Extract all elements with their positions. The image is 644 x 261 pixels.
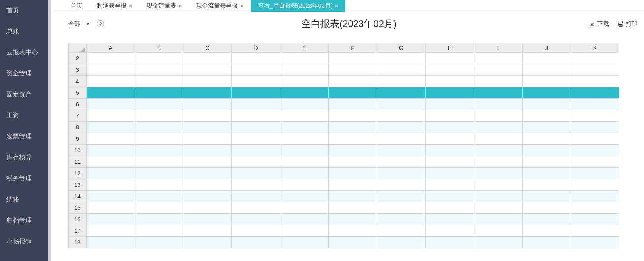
cell-F11[interactable] <box>329 156 377 168</box>
cell-G8[interactable] <box>377 122 426 133</box>
cell-B6[interactable] <box>135 99 183 110</box>
cell-E3[interactable] <box>280 64 329 76</box>
cell-D9[interactable] <box>232 133 280 145</box>
row-header-10[interactable]: 10 <box>69 145 87 156</box>
cell-G15[interactable] <box>377 202 426 214</box>
cell-K9[interactable] <box>571 133 619 145</box>
cell-B14[interactable] <box>135 191 183 202</box>
cell-I18[interactable] <box>474 237 523 248</box>
cell-F2[interactable] <box>329 53 377 64</box>
cell-J17[interactable] <box>523 225 571 237</box>
cell-I2[interactable] <box>474 53 523 64</box>
cell-F4[interactable] <box>329 76 377 87</box>
tab-2[interactable]: 现金流量表× <box>139 0 189 12</box>
sidebar-item-4[interactable]: 固定资产 <box>0 84 51 105</box>
cell-I11[interactable] <box>474 156 523 168</box>
cell-K4[interactable] <box>571 76 619 87</box>
cell-J2[interactable] <box>523 53 571 64</box>
cell-I15[interactable] <box>474 202 523 214</box>
sidebar-item-10[interactable]: 归档管理 <box>0 210 51 231</box>
cell-J9[interactable] <box>523 133 571 145</box>
cell-G6[interactable] <box>377 99 426 110</box>
cell-G17[interactable] <box>377 225 426 237</box>
row-header-4[interactable]: 4 <box>69 76 87 87</box>
cell-A18[interactable] <box>87 237 135 248</box>
cell-K2[interactable] <box>571 53 619 64</box>
cell-D12[interactable] <box>232 168 280 179</box>
row-header-5[interactable]: 5 <box>69 87 87 99</box>
cell-E9[interactable] <box>280 133 329 145</box>
row-header-6[interactable]: 6 <box>69 99 87 110</box>
cell-A2[interactable] <box>87 53 135 64</box>
cell-G13[interactable] <box>377 179 426 191</box>
cell-J11[interactable] <box>523 156 571 168</box>
sidebar-item-9[interactable]: 结账 <box>0 189 51 210</box>
close-icon[interactable]: × <box>335 3 338 9</box>
row-header-14[interactable]: 14 <box>69 191 87 202</box>
cell-C5[interactable] <box>183 87 232 99</box>
sidebar-item-7[interactable]: 库存核算 <box>0 147 51 168</box>
cell-K5[interactable] <box>571 87 619 99</box>
cell-D5[interactable] <box>232 87 280 99</box>
column-header-G[interactable]: G <box>377 43 426 53</box>
row-header-8[interactable]: 8 <box>69 122 87 133</box>
cell-K18[interactable] <box>571 237 619 248</box>
column-header-D[interactable]: D <box>232 43 280 53</box>
row-header-13[interactable]: 13 <box>69 179 87 191</box>
row-header-18[interactable]: 18 <box>69 237 87 248</box>
cell-B10[interactable] <box>135 145 183 156</box>
cell-B7[interactable] <box>135 110 183 122</box>
cell-A12[interactable] <box>87 168 135 179</box>
cell-H10[interactable] <box>426 145 474 156</box>
cell-H16[interactable] <box>426 214 474 225</box>
row-header-3[interactable]: 3 <box>69 64 87 76</box>
cell-E7[interactable] <box>280 110 329 122</box>
row-header-15[interactable]: 15 <box>69 202 87 214</box>
cell-K11[interactable] <box>571 156 619 168</box>
cell-F14[interactable] <box>329 191 377 202</box>
cell-I4[interactable] <box>474 76 523 87</box>
cell-E2[interactable] <box>280 53 329 64</box>
cell-K10[interactable] <box>571 145 619 156</box>
cell-C17[interactable] <box>183 225 232 237</box>
cell-A6[interactable] <box>87 99 135 110</box>
column-header-C[interactable]: C <box>183 43 232 53</box>
cell-D2[interactable] <box>232 53 280 64</box>
cell-K13[interactable] <box>571 179 619 191</box>
cell-J15[interactable] <box>523 202 571 214</box>
cell-A9[interactable] <box>87 133 135 145</box>
cell-E18[interactable] <box>280 237 329 248</box>
cell-K16[interactable] <box>571 214 619 225</box>
cell-J7[interactable] <box>523 110 571 122</box>
cell-E5[interactable] <box>280 87 329 99</box>
cell-C15[interactable] <box>183 202 232 214</box>
cell-B9[interactable] <box>135 133 183 145</box>
cell-H4[interactable] <box>426 76 474 87</box>
cell-K6[interactable] <box>571 99 619 110</box>
cell-C7[interactable] <box>183 110 232 122</box>
cell-B3[interactable] <box>135 64 183 76</box>
cell-B17[interactable] <box>135 225 183 237</box>
spreadsheet[interactable]: ABCDEFGHIJK 23456789101112131415161718 <box>68 43 644 261</box>
sidebar-item-1[interactable]: 总账 <box>0 21 51 42</box>
cell-F9[interactable] <box>329 133 377 145</box>
cell-H6[interactable] <box>426 99 474 110</box>
cell-I14[interactable] <box>474 191 523 202</box>
cell-H8[interactable] <box>426 122 474 133</box>
cell-I9[interactable] <box>474 133 523 145</box>
cell-G2[interactable] <box>377 53 426 64</box>
cell-D4[interactable] <box>232 76 280 87</box>
cell-H14[interactable] <box>426 191 474 202</box>
row-header-12[interactable]: 12 <box>69 168 87 179</box>
cell-E13[interactable] <box>280 179 329 191</box>
cell-B2[interactable] <box>135 53 183 64</box>
sidebar-item-6[interactable]: 发票管理 <box>0 126 51 147</box>
row-header-16[interactable]: 16 <box>69 214 87 225</box>
cell-G11[interactable] <box>377 156 426 168</box>
cell-F5[interactable] <box>329 87 377 99</box>
cell-A3[interactable] <box>87 64 135 76</box>
cell-B5[interactable] <box>135 87 183 99</box>
cell-J10[interactable] <box>523 145 571 156</box>
sidebar-item-3[interactable]: 资金管理 <box>0 63 51 84</box>
cell-F8[interactable] <box>329 122 377 133</box>
